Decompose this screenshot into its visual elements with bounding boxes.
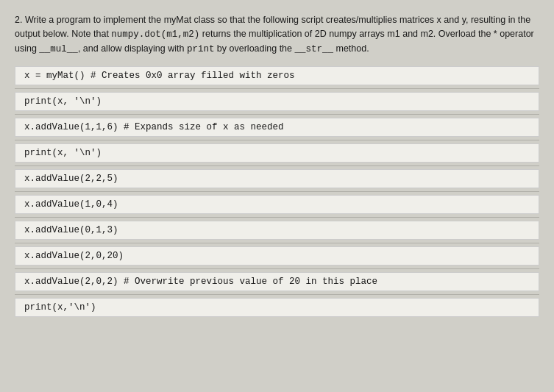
separator-4 — [15, 165, 539, 166]
separator-3 — [15, 140, 539, 140]
code-line-9: x.addValue(2,0,2) # Overwrite previous v… — [15, 272, 539, 291]
code-line-2: print(x, '\n') — [15, 92, 539, 111]
code-line-8: x.addValue(2,0,20) — [15, 246, 539, 266]
separator-6 — [15, 217, 539, 218]
code-line-7: x.addValue(0,1,3) — [15, 221, 539, 240]
separator-7 — [15, 243, 539, 243]
numpy-dot-code: numpy.dot(m1,m2) — [111, 29, 199, 40]
separator-5 — [15, 191, 539, 192]
mul-code: __mul__ — [39, 44, 78, 54]
code-line-4: print(x, '\n') — [15, 143, 539, 163]
code-line-3: x.addValue(1,1,6) # Expands size of x as… — [15, 118, 539, 137]
page-container: 2. Write a program to implement the myMa… — [0, 0, 554, 392]
code-line-6: x.addValue(1,0,4) — [15, 195, 539, 214]
code-section: x = myMat() # Creates 0x0 array filled w… — [15, 66, 539, 317]
separator-9 — [15, 294, 539, 295]
code-line-5: x.addValue(2,2,5) — [15, 169, 539, 188]
separator-2 — [15, 114, 539, 115]
separator-1 — [15, 88, 539, 89]
print-code: print — [187, 44, 215, 54]
code-line-1: x = myMat() # Creates 0x0 array filled w… — [15, 66, 539, 85]
separator-8 — [15, 268, 539, 269]
description-paragraph: 2. Write a program to implement the myMa… — [15, 13, 539, 56]
str-code: __str__ — [295, 44, 334, 54]
code-line-10: print(x,'\n') — [15, 298, 539, 317]
